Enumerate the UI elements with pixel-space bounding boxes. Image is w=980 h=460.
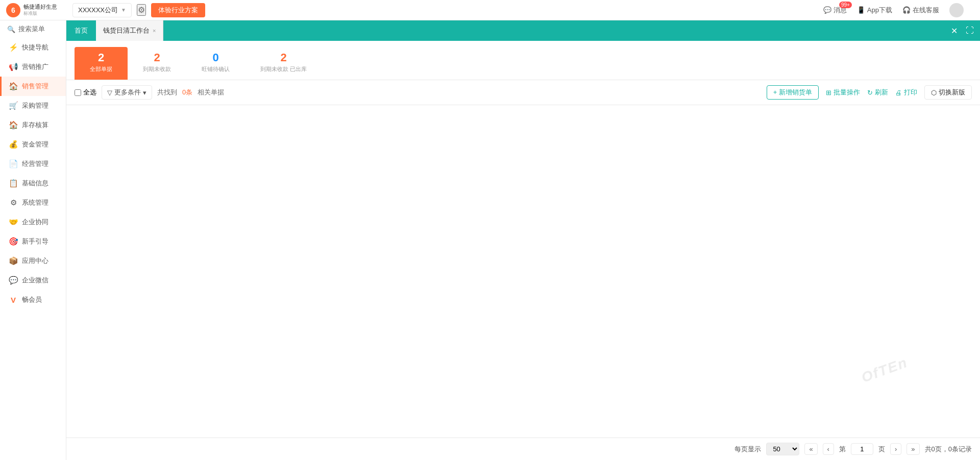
chevron-down-icon: ▼ [121, 7, 126, 13]
sidebar-item-label: 基础信息 [22, 179, 48, 188]
main-layout: 🔍 搜索菜单 ⚡ 快捷导航 📢 营销推广 🏠 销售管理 🛒 采购管理 🏠 库存核… [0, 20, 980, 460]
sidebar-item-app-center[interactable]: 📦 应用中心 [0, 251, 66, 271]
filter-button[interactable]: ▽ 更多条件 ▾ [102, 85, 152, 100]
wecom-icon: 💬 [9, 276, 18, 285]
sidebar-item-operation[interactable]: 📄 经营管理 [0, 154, 66, 174]
sidebar-item-member[interactable]: V 畅会员 [0, 290, 66, 309]
sidebar-item-label: 系统管理 [22, 198, 48, 207]
message-badge: 99+ [839, 2, 852, 8]
tab-bar: 首页 钱货日清工作台 × ✕ ⛶ [66, 20, 980, 41]
message-action[interactable]: 💬 消息 99+ [823, 6, 847, 15]
content-area: 首页 钱货日清工作台 × ✕ ⛶ 2 全部单据 2 到期未收款 [66, 20, 980, 460]
switch-button[interactable]: ⬡ 切换新版 [924, 85, 972, 100]
page-content: 2 全部单据 2 到期未收款 0 旺铺待确认 2 到期未收款 已出库 [66, 41, 980, 460]
switch-label: 切换新版 [939, 88, 965, 97]
company-name: XXXXXX公司 [78, 6, 118, 15]
toolbar-right: + 新增销货单 ⊞ 批量操作 ↻ 刷新 🖨 打印 ⬡ [767, 85, 972, 100]
stat-label-overdue: 到期未收款 [143, 65, 171, 73]
stat-tab-shipped[interactable]: 2 到期未收款 已出库 [245, 47, 322, 80]
member-icon: V [9, 296, 18, 304]
filter-arrow-icon: ▾ [143, 89, 146, 96]
company-selector[interactable]: XXXXXX公司 ▼ [72, 3, 132, 17]
per-page-select[interactable]: 50 [766, 443, 799, 455]
stat-tab-overdue[interactable]: 2 到期未收款 [128, 47, 186, 80]
message-icon: 💬 [823, 6, 831, 14]
batch-action[interactable]: ⊞ 批量操作 [826, 88, 860, 97]
prev-page-button[interactable]: ‹ [823, 443, 834, 455]
search-menu-item[interactable]: 🔍 搜索菜单 [0, 20, 66, 38]
result-suffix: 相关单据 [198, 88, 224, 97]
sidebar-item-label: 营销推广 [22, 62, 48, 71]
stat-tab-all[interactable]: 2 全部单据 [75, 47, 128, 80]
tab-home[interactable]: 首页 [66, 20, 96, 41]
service-icon: 🎧 [902, 6, 911, 14]
sidebar-item-purchase[interactable]: 🛒 采购管理 [0, 96, 66, 115]
sidebar-item-label: 资金管理 [22, 140, 48, 149]
tab-current[interactable]: 钱货日清工作台 × [96, 20, 163, 41]
refresh-label: 刷新 [875, 88, 888, 97]
app-badge: 标准版 [23, 10, 57, 17]
stat-count-shipped: 2 [280, 51, 286, 64]
page-label: 第 [839, 445, 846, 454]
sidebar-item-quick-nav[interactable]: ⚡ 快捷导航 [0, 38, 66, 57]
app-name: 畅捷通好生意 [23, 3, 57, 10]
sidebar-item-inventory[interactable]: 🏠 库存核算 [0, 115, 66, 135]
toolbar-left: 全选 ▽ 更多条件 ▾ 共找到 0条 相关单据 [75, 85, 224, 100]
app-download-action[interactable]: 📱 App下载 [857, 6, 892, 15]
top-header: 6 畅捷通好生意 标准版 XXXXXX公司 ▼ ⚙ 体验行业方案 💬 消息 99… [0, 0, 980, 20]
stat-tab-pending[interactable]: 0 旺铺待确认 [186, 47, 245, 80]
result-text: 共找到 [157, 88, 177, 97]
sidebar-item-label: 新手引导 [22, 237, 48, 246]
online-service-action[interactable]: 🎧 在线客服 [902, 6, 939, 15]
total-records: 共0页，0条记录 [925, 445, 972, 454]
pagination: 每页显示 50 « ‹ 第 页 › » 共0页，0条记录 [66, 438, 980, 460]
sidebar-item-system[interactable]: ⚙ 系统管理 [0, 193, 66, 212]
last-page-button[interactable]: » [906, 443, 919, 455]
logo-area: 6 畅捷通好生意 标准版 [6, 3, 72, 17]
sidebar-item-marketing[interactable]: 📢 营销推广 [0, 57, 66, 77]
stat-count-overdue: 2 [154, 51, 160, 64]
select-all-input[interactable] [75, 89, 81, 96]
sidebar-item-capital[interactable]: 💰 资金管理 [0, 135, 66, 154]
sidebar-item-sales[interactable]: 🏠 销售管理 [0, 77, 66, 96]
settings-icon[interactable]: ⚙ [137, 4, 146, 16]
select-all-checkbox[interactable]: 全选 [75, 88, 96, 97]
purchase-icon: 🛒 [9, 101, 18, 110]
inventory-icon: 🏠 [9, 120, 18, 130]
tab-expand-icon[interactable]: ⛶ [964, 24, 976, 37]
stats-tabs: 2 全部单据 2 到期未收款 0 旺铺待确认 2 到期未收款 已出库 [66, 41, 980, 80]
new-sales-button[interactable]: + 新增销货单 [767, 85, 819, 100]
stat-label-pending: 旺铺待确认 [202, 65, 230, 73]
header-right: 💬 消息 99+ 📱 App下载 🎧 在线客服 [823, 3, 974, 17]
sidebar-item-wecom[interactable]: 💬 企业微信 [0, 271, 66, 290]
toolbar: 全选 ▽ 更多条件 ▾ 共找到 0条 相关单据 + 新增销货单 ⊞ 批量操作 [66, 80, 980, 105]
filter-icon: ▽ [107, 89, 112, 96]
sidebar-item-guide[interactable]: 🎯 新手引导 [0, 232, 66, 251]
sidebar-item-label: 应用中心 [22, 256, 48, 265]
page-input[interactable] [851, 443, 873, 455]
filter-label: 更多条件 [114, 88, 141, 97]
print-action[interactable]: 🖨 打印 [895, 88, 917, 97]
close-icon[interactable]: × [153, 28, 156, 34]
stat-label-all: 全部单据 [90, 65, 112, 73]
avatar[interactable] [949, 3, 964, 17]
first-page-button[interactable]: « [804, 443, 817, 455]
sidebar: 🔍 搜索菜单 ⚡ 快捷导航 📢 营销推广 🏠 销售管理 🛒 采购管理 🏠 库存核… [0, 20, 66, 460]
tab-bar-right: ✕ ⛶ [949, 24, 980, 38]
table-area [66, 105, 980, 438]
sales-icon: 🏠 [9, 82, 18, 91]
app-center-icon: 📦 [9, 256, 18, 265]
tab-close-icon[interactable]: ✕ [949, 24, 960, 38]
batch-icon: ⊞ [826, 89, 831, 96]
next-page-button[interactable]: › [890, 443, 901, 455]
sidebar-item-label: 库存核算 [22, 120, 48, 130]
basic-icon: 📋 [9, 179, 18, 188]
sidebar-item-enterprise[interactable]: 🤝 企业协同 [0, 212, 66, 232]
refresh-action[interactable]: ↻ 刷新 [867, 88, 888, 97]
print-label: 打印 [904, 88, 917, 97]
logo-text-area: 畅捷通好生意 标准版 [23, 3, 57, 17]
sidebar-item-basic[interactable]: 📋 基础信息 [0, 174, 66, 193]
experience-button[interactable]: 体验行业方案 [151, 3, 205, 17]
sidebar-item-label: 经营管理 [22, 159, 48, 168]
sidebar-item-label: 快捷导航 [22, 43, 48, 52]
